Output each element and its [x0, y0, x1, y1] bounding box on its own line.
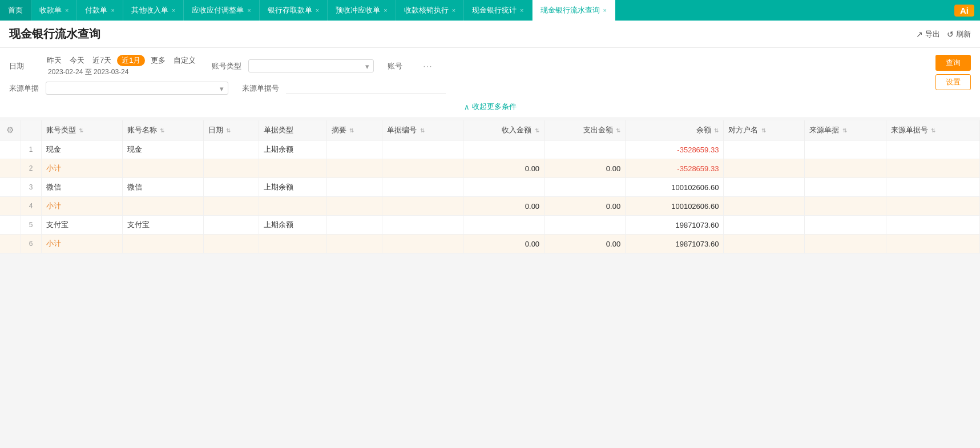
row-balance: 100102606.60	[626, 178, 724, 197]
col-summary[interactable]: 摘要 ⇅	[326, 120, 382, 140]
refresh-button[interactable]: ↺ 刷新	[947, 29, 971, 39]
col-counterpart[interactable]: 对方户名 ⇅	[724, 120, 805, 140]
close-receipt-verify-icon[interactable]: ×	[452, 7, 455, 14]
nav-item-pre-receipt[interactable]: 预收冲应收单 ×	[328, 0, 396, 21]
sort-account-name-icon: ⇅	[160, 127, 164, 134]
close-cash-bank-stats-icon[interactable]: ×	[520, 7, 523, 14]
collapse-label: 收起更多条件	[472, 102, 517, 112]
row-doc-type	[259, 159, 326, 178]
nav-receipt-label: 收款单	[39, 5, 62, 15]
row-expense	[545, 178, 626, 197]
date-option-7days[interactable]: 近7天	[90, 55, 114, 66]
nav-item-other-income[interactable]: 其他收入单 ×	[123, 0, 184, 21]
row-source-doc	[805, 140, 886, 159]
table-row: 1 现金 现金 上期余额 -3528659.33	[0, 140, 980, 159]
nav-item-ar-ap-adjust[interactable]: 应收应付调整单 ×	[184, 0, 259, 21]
query-button[interactable]: 查询	[935, 55, 971, 71]
col-date[interactable]: 日期 ⇅	[203, 120, 259, 140]
account-filter: 账号 ···	[388, 61, 433, 71]
row-account-name	[122, 159, 203, 178]
close-other-income-icon[interactable]: ×	[172, 7, 175, 14]
row-account-type: 小计	[41, 197, 122, 216]
nav-item-home[interactable]: 首页	[0, 0, 31, 21]
row-settings-cell	[0, 140, 21, 159]
col-balance[interactable]: 余额 ⇅	[626, 120, 724, 140]
source-doc-select-wrapper	[46, 82, 228, 95]
sort-source-doc-no-icon: ⇅	[931, 127, 935, 134]
nav-payment-label: 付款单	[85, 5, 107, 15]
row-summary	[326, 197, 382, 216]
nav-item-receipt-verify[interactable]: 收款核销执行 ×	[396, 0, 464, 21]
nav-item-payment[interactable]: 付款单 ×	[77, 0, 123, 21]
nav-item-cash-bank-stats[interactable]: 现金银行统计 ×	[464, 0, 532, 21]
row-summary	[326, 159, 382, 178]
nav-ar-ap-label: 应收应付调整单	[192, 5, 244, 15]
row-doc-type: 上期余额	[259, 178, 326, 197]
nav-item-cash-bank-query[interactable]: 现金银行流水查询 ×	[533, 0, 615, 21]
row-income	[463, 216, 545, 235]
col-account-name[interactable]: 账号名称 ⇅	[122, 120, 203, 140]
column-settings-icon[interactable]: ⚙	[6, 125, 14, 135]
row-source-doc	[805, 178, 886, 197]
row-doc-type	[259, 197, 326, 216]
date-option-more[interactable]: 更多	[148, 55, 168, 66]
refresh-icon: ↺	[947, 30, 954, 39]
close-ar-ap-icon[interactable]: ×	[247, 7, 251, 14]
source-doc-select[interactable]	[46, 82, 228, 95]
date-option-1month[interactable]: 近1月	[117, 55, 145, 66]
sort-source-doc-icon: ⇅	[842, 127, 847, 134]
col-source-doc-no[interactable]: 来源单据号 ⇅	[886, 120, 980, 140]
account-type-select[interactable]	[248, 59, 374, 72]
date-filter: 日期 昨天 今天 近7天 近1月 更多 自定义 2023-02-24 至 202…	[9, 55, 198, 77]
date-option-custom[interactable]: 自定义	[171, 55, 198, 66]
filter-area: 日期 昨天 今天 近7天 近1月 更多 自定义 2023-02-24 至 202…	[0, 48, 980, 118]
col-income[interactable]: 收入金额 ⇅	[463, 120, 545, 140]
nav-item-receipt[interactable]: 收款单 ×	[31, 0, 77, 21]
col-doc-no[interactable]: 单据编号 ⇅	[382, 120, 463, 140]
row-counterpart	[724, 235, 805, 253]
col-source-doc[interactable]: 来源单据 ⇅	[805, 120, 886, 140]
header-actions: ↗ 导出 ↺ 刷新	[916, 29, 971, 39]
account-more-icon[interactable]: ···	[423, 62, 433, 70]
col-doc-type: 单据类型	[259, 120, 326, 140]
col-account-type[interactable]: 账号类型 ⇅	[41, 120, 122, 140]
row-account-name: 微信	[122, 178, 203, 197]
row-index-cell: 6	[21, 235, 41, 253]
row-counterpart	[724, 216, 805, 235]
close-pre-receipt-icon[interactable]: ×	[384, 7, 387, 14]
table-row: 2 小计 0.00 0.00 -3528659.33	[0, 159, 980, 178]
export-button[interactable]: ↗ 导出	[916, 29, 940, 39]
row-account-type: 支付宝	[41, 216, 122, 235]
row-income	[463, 178, 545, 197]
date-filter-label: 日期	[9, 61, 38, 71]
settings-button[interactable]: 设置	[935, 74, 971, 90]
row-summary	[326, 235, 382, 253]
row-source-doc	[805, 159, 886, 178]
collapse-bar[interactable]: ∧ 收起更多条件	[9, 99, 971, 113]
collapse-up-icon: ∧	[464, 103, 470, 111]
date-option-today[interactable]: 今天	[67, 55, 87, 66]
account-label: 账号	[388, 61, 416, 71]
close-payment-icon[interactable]: ×	[111, 7, 114, 14]
date-option-yesterday[interactable]: 昨天	[45, 55, 64, 66]
row-source-doc-no	[886, 159, 980, 178]
row-settings-cell	[0, 235, 21, 253]
row-doc-no	[382, 178, 463, 197]
close-bank-deposit-icon[interactable]: ×	[316, 7, 319, 14]
source-doc-no-input[interactable]	[286, 83, 446, 94]
source-doc-filter: 来源单据	[9, 82, 228, 95]
col-settings[interactable]: ⚙	[0, 120, 21, 140]
row-date	[203, 140, 259, 159]
row-income: 0.00	[463, 197, 545, 216]
account-type-label: 账号类型	[212, 61, 241, 71]
row-source-doc	[805, 197, 886, 216]
row-doc-no	[382, 159, 463, 178]
page-header: 现金银行流水查询 ↗ 导出 ↺ 刷新	[0, 21, 980, 48]
col-expense[interactable]: 支出金额 ⇅	[545, 120, 626, 140]
ai-badge[interactable]: Ai	[954, 5, 974, 17]
close-cash-bank-query-icon[interactable]: ×	[603, 7, 607, 14]
nav-item-bank-deposit[interactable]: 银行存取款单 ×	[260, 0, 328, 21]
source-doc-no-filter: 来源单据号	[242, 83, 446, 94]
close-receipt-icon[interactable]: ×	[65, 7, 68, 14]
row-index-cell: 2	[21, 159, 41, 178]
